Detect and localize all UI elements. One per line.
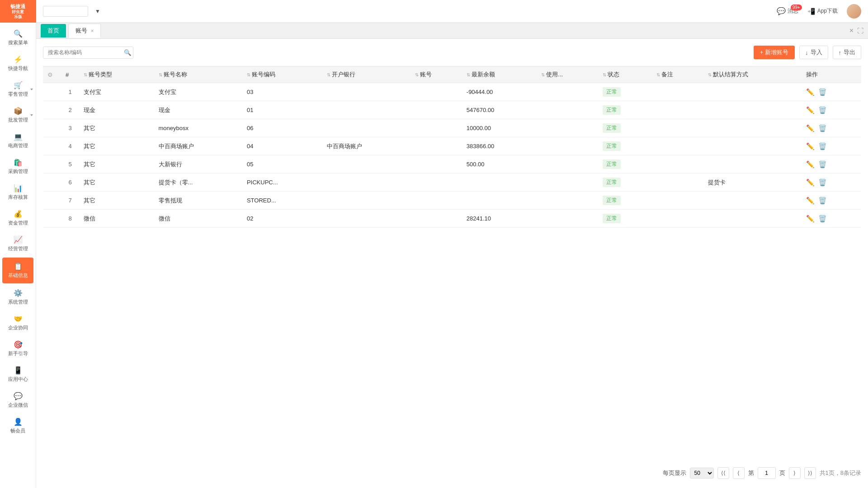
account-tab-close[interactable]: × <box>91 28 94 33</box>
header-search-input[interactable] <box>43 6 88 17</box>
row-code: 04 <box>242 137 322 155</box>
message-button[interactable]: 💬 消息 99+ <box>777 7 798 15</box>
sidebar-item-system[interactable]: ⚙️ 系统管理 <box>0 284 36 310</box>
col-account[interactable]: ⇅账号 <box>410 66 462 83</box>
page-prefix-label: 第 <box>748 469 754 477</box>
status-badge: 正常 <box>603 196 621 205</box>
search-button[interactable]: 🔍 <box>120 47 133 58</box>
inventory-icon: 📊 <box>14 184 23 192</box>
add-account-button[interactable]: + 新增账号 <box>754 46 795 59</box>
col-type[interactable]: ⇅账号类型 <box>79 66 154 83</box>
row-actions: ✏️ 🗑️ <box>802 155 861 174</box>
table-settings-icon[interactable]: ⚙ <box>47 71 53 78</box>
tab-home[interactable]: 首页 <box>41 24 66 38</box>
tab-bar-close-icon[interactable]: × <box>849 27 854 35</box>
prev-page-button[interactable]: ⟨ <box>733 467 745 479</box>
delete-icon[interactable]: 🗑️ <box>818 215 827 223</box>
delete-icon[interactable]: 🗑️ <box>818 106 827 114</box>
app-download-button[interactable]: 📲 App下载 <box>807 7 838 15</box>
edit-icon[interactable]: ✏️ <box>806 142 815 150</box>
sidebar-item-basic-info[interactable]: 📋 基础信息 <box>2 258 33 283</box>
tab-account[interactable]: 账号 × <box>68 23 101 38</box>
next-page-button[interactable]: ⟩ <box>789 467 801 479</box>
row-settings-cell <box>43 83 61 101</box>
row-code: 01 <box>242 101 322 119</box>
header-dropdown[interactable]: ▼ <box>95 8 100 14</box>
col-status[interactable]: ⇅状态 <box>598 66 652 83</box>
edit-icon[interactable]: ✏️ <box>806 215 815 223</box>
row-notes <box>652 174 703 192</box>
sidebar-item-purchase[interactable]: 🛍️ 采购管理 <box>0 154 36 179</box>
sidebar-item-wechat[interactable]: 💬 企业微信 <box>0 387 36 413</box>
page-size-select[interactable]: 50 10 20 100 <box>690 468 714 479</box>
user-avatar[interactable] <box>847 4 861 19</box>
row-usage <box>537 174 598 192</box>
col-code[interactable]: ⇅账号编码 <box>242 66 322 83</box>
row-num: 4 <box>61 137 79 155</box>
edit-icon[interactable]: ✏️ <box>806 124 815 132</box>
delete-icon[interactable]: 🗑️ <box>818 142 827 150</box>
row-status: 正常 <box>598 155 652 174</box>
delete-icon[interactable]: 🗑️ <box>818 88 827 96</box>
sidebar-item-enterprise[interactable]: 🤝 企业协同 <box>0 310 36 336</box>
last-page-button[interactable]: ⟩⟩ <box>804 467 816 479</box>
sidebar-item-finance[interactable]: 💰 资金管理 <box>0 205 36 231</box>
delete-icon[interactable]: 🗑️ <box>818 124 827 132</box>
row-account <box>410 155 462 174</box>
sidebar-item-wholesale[interactable]: 📦 批发管理 <box>0 102 36 128</box>
row-usage <box>537 101 598 119</box>
sidebar-item-inventory[interactable]: 📊 库存核算 <box>0 179 36 205</box>
sidebar-item-member[interactable]: 👤 畅会员 <box>0 413 36 439</box>
row-usage <box>537 137 598 155</box>
edit-icon[interactable]: ✏️ <box>806 106 815 114</box>
sidebar-item-retail[interactable]: 🛒 零售管理 <box>0 76 36 102</box>
col-default-payment[interactable]: ⇅默认结算方式 <box>703 66 802 83</box>
edit-icon[interactable]: ✏️ <box>806 88 815 96</box>
col-bank[interactable]: ⇅开户银行 <box>322 66 410 83</box>
delete-icon[interactable]: 🗑️ <box>818 178 827 187</box>
main-content: ▼ 💬 消息 99+ 📲 App下载 首页 账号 × <box>36 0 868 488</box>
row-actions: ✏️ 🗑️ <box>802 137 861 155</box>
row-num: 7 <box>61 192 79 210</box>
col-settings[interactable]: ⚙ <box>43 66 61 83</box>
delete-icon[interactable]: 🗑️ <box>818 197 827 205</box>
row-balance: 10000.00 <box>462 119 537 137</box>
edit-icon[interactable]: ✏️ <box>806 197 815 205</box>
row-usage <box>537 119 598 137</box>
edit-icon[interactable]: ✏️ <box>806 178 815 187</box>
sidebar-item-quick-nav[interactable]: ⚡ 快捷导航 <box>0 51 36 76</box>
row-settings-cell <box>43 137 61 155</box>
edit-icon[interactable]: ✏️ <box>806 160 815 169</box>
row-type: 其它 <box>79 155 154 174</box>
col-notes[interactable]: ⇅备注 <box>652 66 703 83</box>
row-name: 大新银行 <box>154 155 242 174</box>
tab-bar-maximize-icon[interactable]: ⛶ <box>857 27 863 34</box>
row-type: 微信 <box>79 210 154 228</box>
sidebar-item-operations[interactable]: 📈 经营管理 <box>0 231 36 257</box>
import-button[interactable]: ↓ 导入 <box>799 46 828 59</box>
page-number-input[interactable] <box>758 467 776 479</box>
row-status: 正常 <box>598 119 652 137</box>
sidebar-item-guide[interactable]: 🎯 新手引导 <box>0 336 36 361</box>
export-button[interactable]: ↑ 导出 <box>833 46 862 59</box>
search-input[interactable] <box>43 47 120 58</box>
row-notes <box>652 192 703 210</box>
header-left: ▼ <box>43 6 100 17</box>
row-settings-cell <box>43 155 61 174</box>
table-row: 6 其它 提货卡（零... PICKUPC... 正常 提货卡 ✏️ 🗑️ <box>43 174 861 192</box>
app-subtitle: 乐版 <box>10 14 25 19</box>
row-status: 正常 <box>598 210 652 228</box>
col-name[interactable]: ⇅账号名称 <box>154 66 242 83</box>
sidebar-item-app-center[interactable]: 📱 应用中心 <box>0 361 36 387</box>
first-page-button[interactable]: ⟨⟨ <box>717 467 729 479</box>
status-badge: 正常 <box>603 141 621 151</box>
enterprise-icon: 🤝 <box>14 314 23 323</box>
sidebar-item-search[interactable]: 🔍 搜索菜单 <box>0 25 36 51</box>
col-balance[interactable]: ⇅最新余额 <box>462 66 537 83</box>
page-total: 共1页，8条记录 <box>820 469 861 477</box>
sidebar-item-ecommerce[interactable]: 💻 电商管理 <box>0 128 36 154</box>
row-account <box>410 83 462 101</box>
col-usage[interactable]: ⇅使用... <box>537 66 598 83</box>
delete-icon[interactable]: 🗑️ <box>818 160 827 169</box>
row-account <box>410 192 462 210</box>
